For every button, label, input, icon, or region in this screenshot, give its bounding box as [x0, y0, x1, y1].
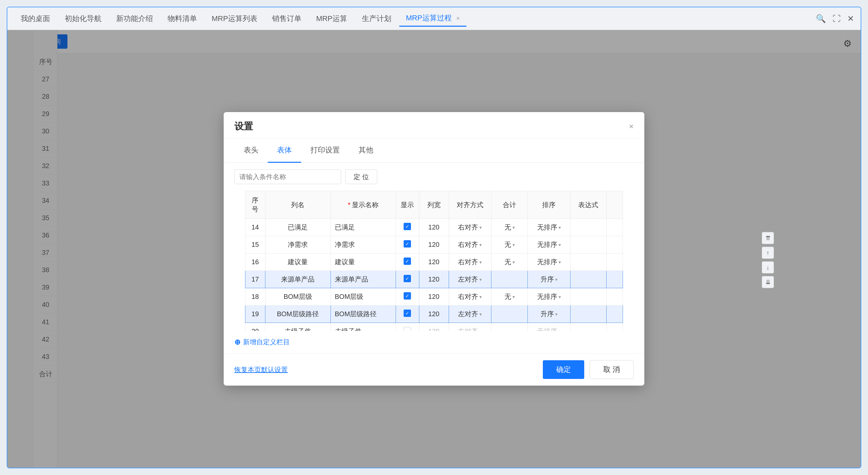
align-dropdown-icon[interactable]: ▾ — [479, 242, 482, 247]
cell-show[interactable] — [396, 271, 419, 288]
tab-table-header[interactable]: 表头 — [235, 138, 268, 163]
tab-init-nav[interactable]: 初始化导航 — [58, 11, 108, 26]
align-dropdown-icon[interactable]: ▾ — [479, 277, 482, 282]
tab-bom[interactable]: 物料清单 — [161, 11, 204, 26]
sort-dropdown-icon[interactable]: ▾ — [555, 311, 558, 317]
align-dropdown-icon[interactable]: ▾ — [479, 311, 482, 317]
cell-display-name[interactable] — [331, 219, 396, 236]
display-name-input[interactable] — [335, 328, 392, 331]
sort-dropdown-icon[interactable]: ▾ — [559, 242, 561, 247]
cell-total[interactable] — [491, 323, 527, 331]
cell-total[interactable]: 无▾ — [491, 236, 527, 253]
tab-my-desk[interactable]: 我的桌面 — [14, 11, 57, 26]
cell-align[interactable]: 右对齐 ▾ — [449, 219, 491, 236]
cancel-button[interactable]: 取 消 — [590, 360, 633, 379]
cell-sort[interactable]: 无排序▾ — [527, 323, 570, 331]
cell-align[interactable]: 左对齐 ▾ — [449, 271, 491, 288]
sort-bottom-button[interactable]: ⇊ — [762, 276, 774, 288]
tab-sales-order[interactable]: 销售订单 — [266, 11, 308, 26]
total-dropdown-icon[interactable]: ▾ — [513, 294, 515, 300]
align-dropdown-icon[interactable]: ▾ — [479, 294, 482, 300]
show-checkbox[interactable] — [404, 258, 411, 265]
cell-col-name: 已满足 — [265, 219, 331, 236]
cell-align[interactable]: 右对齐 ▾ — [449, 288, 491, 306]
cell-show[interactable] — [396, 253, 419, 271]
align-dropdown-icon[interactable]: ▾ — [479, 260, 482, 265]
align-dropdown-icon[interactable]: ▾ — [479, 225, 482, 230]
cell-sort[interactable]: 无排序▾ — [527, 219, 570, 236]
tab-production-plan[interactable]: 生产计划 — [355, 11, 398, 26]
cell-sort[interactable]: 无排序▾ — [527, 253, 570, 271]
expand-icon[interactable]: ⛶ — [833, 14, 841, 23]
tab-mrp-process[interactable]: MRP运算过程 × — [399, 10, 467, 27]
cell-expr — [570, 288, 606, 306]
reset-link[interactable]: 恢复本页默认设置 — [235, 365, 288, 374]
show-checkbox[interactable] — [404, 223, 411, 230]
cell-display-name[interactable] — [331, 236, 396, 253]
cell-show[interactable] — [396, 288, 419, 306]
table-row: 18 BOM层级 120 右对齐 ▾ 无▾ 无排序▾ — [245, 288, 623, 306]
cell-total[interactable]: 无▾ — [491, 219, 527, 236]
cell-display-name[interactable] — [331, 253, 396, 271]
tab-close-icon[interactable]: × — [456, 15, 460, 22]
close-icon[interactable]: ✕ — [847, 14, 854, 23]
cell-display-name[interactable] — [331, 323, 396, 331]
tab-bar: 我的桌面 初始化导航 新功能介绍 物料清单 MRP运算列表 销售订单 MRP运算… — [7, 7, 861, 30]
cell-show[interactable] — [396, 306, 419, 323]
cell-show[interactable] — [396, 236, 419, 253]
sort-top-button[interactable]: ⇈ — [762, 232, 774, 244]
tab-new-feature[interactable]: 新功能介绍 — [110, 11, 160, 26]
cell-show[interactable] — [396, 323, 419, 331]
cell-show[interactable] — [396, 219, 419, 236]
cell-sort[interactable]: 无排序▾ — [527, 288, 570, 306]
show-checkbox[interactable] — [404, 292, 411, 300]
total-dropdown-icon[interactable]: ▾ — [513, 225, 515, 230]
tab-mrp-calc[interactable]: MRP运算 — [309, 11, 354, 26]
cell-expr — [570, 219, 606, 236]
display-name-input[interactable] — [335, 224, 392, 231]
show-checkbox[interactable] — [404, 275, 411, 282]
cell-align[interactable]: 右对齐 ▾ — [449, 236, 491, 253]
confirm-button[interactable]: 确定 — [543, 360, 584, 379]
display-name-input[interactable] — [335, 275, 392, 283]
show-checkbox[interactable] — [404, 240, 411, 247]
sort-dropdown-icon[interactable]: ▾ — [559, 225, 561, 230]
tab-table-body[interactable]: 表体 — [268, 138, 301, 163]
total-dropdown-icon[interactable]: ▾ — [513, 242, 515, 247]
cell-total[interactable] — [491, 306, 527, 323]
table-row: 16 建议量 120 右对齐 ▾ 无▾ 无排序▾ — [245, 253, 623, 271]
cell-sort[interactable]: 升序▾ — [527, 271, 570, 288]
cell-sort[interactable]: 升序▾ — [527, 306, 570, 323]
tab-mrp-list[interactable]: MRP运算列表 — [205, 11, 264, 26]
cell-display-name[interactable] — [331, 306, 396, 323]
cell-display-name[interactable] — [331, 271, 396, 288]
display-name-input[interactable] — [335, 310, 392, 318]
cell-display-name[interactable] — [331, 288, 396, 306]
cell-sort[interactable]: 无排序▾ — [527, 236, 570, 253]
display-name-input[interactable] — [335, 258, 392, 266]
show-checkbox[interactable] — [404, 310, 411, 317]
display-name-input[interactable] — [335, 241, 392, 248]
tab-print-settings[interactable]: 打印设置 — [301, 138, 349, 163]
cell-align[interactable]: 左对齐 ▾ — [449, 306, 491, 323]
add-field-link[interactable]: ⊕ 新增自定义栏目 — [224, 331, 644, 353]
cell-total[interactable]: 无▾ — [491, 288, 527, 306]
cell-total[interactable]: 无▾ — [491, 253, 527, 271]
cell-total[interactable] — [491, 271, 527, 288]
sort-down-button[interactable]: ↓ — [762, 262, 774, 274]
sort-dropdown-icon[interactable]: ▾ — [559, 294, 561, 300]
cell-width: 120 — [419, 253, 449, 271]
tab-other[interactable]: 其他 — [349, 138, 382, 163]
show-checkbox[interactable] — [404, 327, 411, 331]
sort-dropdown-icon[interactable]: ▾ — [555, 277, 558, 282]
search-icon[interactable]: 🔍 — [816, 14, 826, 23]
modal-close-button[interactable]: × — [629, 123, 633, 130]
display-name-input[interactable] — [335, 293, 392, 301]
cell-align[interactable]: 右对齐 ▾ — [449, 253, 491, 271]
sort-dropdown-icon[interactable]: ▾ — [559, 260, 561, 265]
total-dropdown-icon[interactable]: ▾ — [513, 260, 515, 265]
sort-up-button[interactable]: ↑ — [762, 247, 774, 259]
locate-button[interactable]: 定 位 — [345, 169, 377, 184]
search-input[interactable] — [235, 169, 341, 184]
cell-align[interactable]: 左对齐 ▾ — [449, 323, 491, 331]
